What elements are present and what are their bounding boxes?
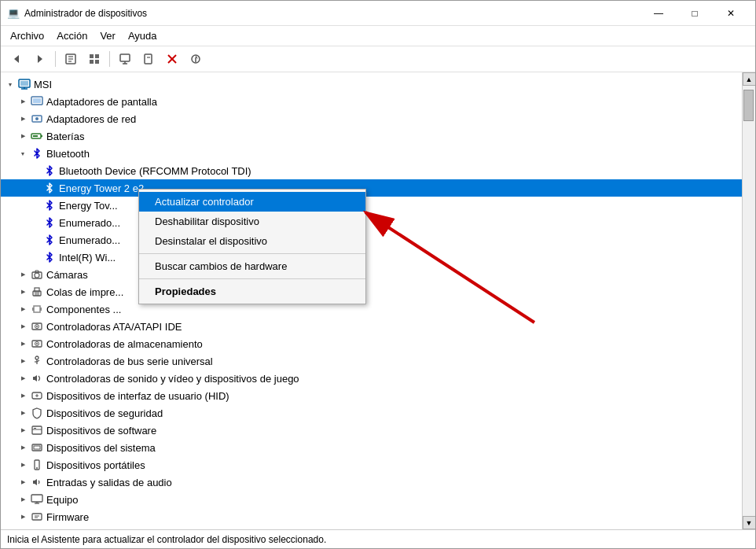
bluetooth-icon (31, 147, 43, 160)
tree-ctrl-bus[interactable]: Controladoras de bus serie universal (1, 352, 742, 370)
device-tree[interactable]: MSI Adaptadores de pantalla (1, 72, 742, 529)
expand-firmware[interactable] (17, 510, 29, 523)
tree-cameras[interactable]: Cámaras (1, 266, 742, 283)
tree-bluetooth[interactable]: Bluetooth (1, 145, 742, 162)
svg-rect-9 (95, 60, 99, 64)
sound-ctrl-icon (31, 372, 43, 385)
scroll-down-arrow[interactable]: ▼ (743, 516, 756, 529)
tree-enum1[interactable]: Enumerado... (1, 214, 742, 231)
svg-rect-10 (120, 54, 130, 61)
expand-bluetooth[interactable] (17, 147, 29, 160)
bluetooth-label: Bluetooth (46, 148, 90, 160)
camera-icon (31, 268, 43, 281)
expand-intel-wi (29, 251, 42, 263)
expand-security[interactable] (17, 407, 29, 419)
toolbar-delete[interactable] (161, 49, 183, 69)
tree-print-queues[interactable]: Colas de impre... (1, 283, 742, 300)
tree-root-msi[interactable]: MSI (1, 76, 742, 93)
tree-bt-rfcomm[interactable]: Bluetooth Device (RFCOMM Protocol TDI) (1, 162, 742, 179)
menu-ayuda[interactable]: Ayuda (122, 28, 163, 44)
expand-batteries[interactable] (17, 130, 29, 142)
menu-ver[interactable]: Ver (94, 28, 122, 44)
expand-energy-tow1 (29, 182, 42, 194)
toolbar-back[interactable] (6, 49, 28, 69)
app-icon: 💻 (7, 7, 20, 20)
tree-system[interactable]: Dispositivos del sistema (1, 439, 742, 456)
svg-rect-6 (90, 54, 94, 58)
ctx-scan-hardware[interactable]: Buscar cambios de hardware (139, 256, 365, 276)
vertical-scrollbar[interactable]: ▲ ▼ (742, 72, 755, 529)
expand-cameras[interactable] (17, 268, 29, 281)
expand-ctrl-storage[interactable] (17, 337, 29, 350)
toolbar-properties[interactable] (60, 49, 82, 69)
tree-intel-wi[interactable]: Intel(R) Wi... (1, 249, 742, 266)
expand-system[interactable] (17, 441, 29, 454)
toolbar-view[interactable] (83, 49, 105, 69)
tree-adapters-display[interactable]: Adaptadores de pantalla (1, 93, 742, 110)
tree-ctrl-storage[interactable]: Controladoras de almacenamiento (1, 335, 742, 352)
menu-archivo[interactable]: Archivo (4, 28, 50, 44)
tree-audio-io[interactable]: Entradas y salidas de audio (1, 473, 742, 491)
svg-rect-7 (95, 54, 99, 58)
bt-rfcomm-label: Bluetooth Device (RFCOMM Protocol TDI) (59, 165, 251, 177)
expand-ctrl-sound[interactable] (17, 372, 29, 385)
toolbar-new[interactable] (138, 49, 160, 69)
expand-msi[interactable] (4, 78, 17, 90)
expand-ctrl-bus[interactable] (17, 355, 29, 367)
tree-components[interactable]: Componentes ... (1, 300, 742, 318)
ctx-properties[interactable]: Propiedades (139, 282, 365, 301)
expand-equipo[interactable] (17, 493, 29, 506)
tree-security[interactable]: Dispositivos de seguridad (1, 404, 742, 422)
expand-software[interactable] (17, 424, 29, 437)
toolbar (1, 46, 755, 72)
tree-hid[interactable]: Dispositivos de interfaz de usuario (HID… (1, 387, 742, 404)
tree-energy-tow2[interactable]: Energy Tov... (1, 197, 742, 214)
security-icon (31, 407, 43, 419)
tree-firmware[interactable]: Firmware (1, 508, 742, 525)
intel-wi-icon (43, 251, 56, 263)
tree-adapters-net[interactable]: Adaptadores de red (1, 110, 742, 127)
tree-energy-tow1[interactable]: Energy Tower 2 e2 (1, 179, 742, 197)
tree-ctrl-sound[interactable]: Controladoras de sonido y vídeo y dispos… (1, 370, 742, 387)
expand-components[interactable] (17, 303, 29, 315)
title-bar: 💻 Administrador de dispositivos — □ ✕ (1, 1, 755, 26)
tree-batteries[interactable]: Baterías (1, 127, 742, 145)
tree-equipo[interactable]: Equipo (1, 491, 742, 508)
expand-ctrl-ata[interactable] (17, 320, 29, 333)
scroll-track[interactable] (743, 86, 755, 516)
svg-rect-29 (41, 135, 42, 137)
toolbar-sep-2 (109, 51, 110, 67)
ctx-uninstall-device[interactable]: Desinstalar el dispositivo (139, 231, 365, 251)
close-button[interactable]: ✕ (713, 1, 749, 26)
firmware-icon (31, 510, 43, 523)
svg-rect-40 (40, 308, 42, 311)
expand-adapters-display[interactable] (17, 95, 29, 108)
expand-audio-io[interactable] (17, 476, 29, 488)
display-adapter-icon (31, 95, 43, 108)
tree-software[interactable]: Dispositivos de software (1, 422, 742, 439)
expand-adapters-net[interactable] (17, 112, 29, 125)
svg-rect-30 (33, 135, 38, 137)
scroll-thumb[interactable] (743, 90, 754, 121)
root-label: MSI (34, 79, 52, 90)
toolbar-update[interactable] (185, 49, 207, 69)
tree-portable[interactable]: Dispositivos portátiles (1, 456, 742, 473)
expand-portable[interactable] (17, 459, 29, 471)
expand-enum1 (29, 216, 42, 229)
scroll-up-arrow[interactable]: ▲ (743, 72, 756, 86)
svg-point-46 (36, 343, 38, 345)
menu-accion[interactable]: Acción (50, 28, 94, 44)
tree-enum2[interactable]: Enumerado... (1, 231, 742, 249)
expand-print-queues[interactable] (17, 286, 29, 298)
svg-rect-58 (34, 446, 40, 449)
ctrl-bus-label: Controladoras de bus serie universal (46, 356, 213, 367)
expand-hid[interactable] (17, 389, 29, 402)
tree-ctrl-ata[interactable]: Controladoras ATA/ATAPI IDE (1, 318, 742, 335)
ctx-disable-device[interactable]: Deshabilitar dispositivo (139, 212, 365, 231)
minimize-button[interactable]: — (640, 1, 677, 26)
toolbar-forward[interactable] (29, 49, 51, 69)
enum1-icon (43, 216, 56, 229)
maximize-button[interactable]: □ (677, 1, 713, 26)
toolbar-computer[interactable] (114, 49, 136, 69)
ctx-update-driver[interactable]: Actualizar controlador (139, 192, 365, 212)
